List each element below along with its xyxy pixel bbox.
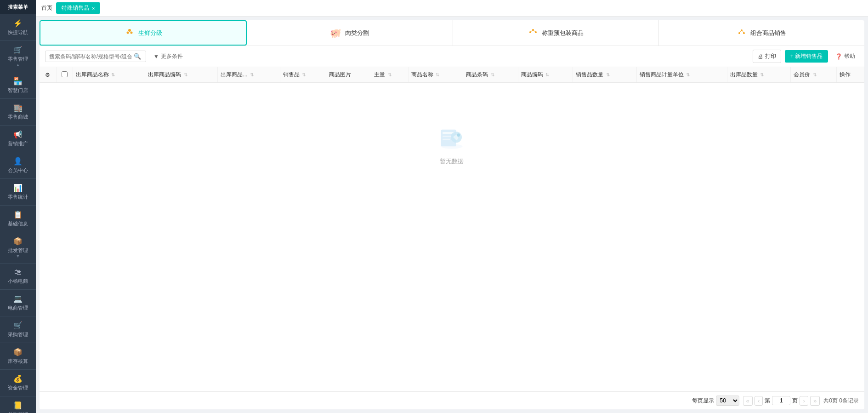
tab-fresh-grade-label: 生鲜分级 (138, 29, 162, 37)
sidebar-item-quick-nav[interactable]: ⚡ 快捷导航 (0, 14, 36, 41)
finance-mgmt-icon: 💰 (13, 374, 23, 383)
chevron-down-icon: ▲ (16, 63, 20, 67)
sidebar-item-label: 基础信息 (8, 220, 28, 227)
sort-icon[interactable]: ⇅ (813, 72, 817, 77)
sort-icon[interactable]: ⇅ (606, 72, 610, 77)
tab-label: 特殊销售品 (62, 4, 89, 12)
wholesale-mgmt-icon: 📦 (13, 237, 23, 246)
col-product-image: 商品图片 (326, 67, 371, 83)
sidebar-item-label: 会员中心 (8, 167, 28, 174)
next-page-button[interactable]: › (800, 396, 808, 406)
new-label: + 新增销售品 (790, 52, 823, 60)
sidebar-logo[interactable]: 搜索菜单 (0, 0, 36, 14)
basic-info-icon: 📋 (13, 210, 23, 219)
col-checkbox[interactable] (56, 67, 73, 83)
svg-line-6 (530, 30, 533, 32)
print-label: 打印 (765, 52, 776, 60)
sort-icon[interactable]: ⇅ (760, 72, 764, 77)
svg-rect-16 (443, 136, 452, 137)
sidebar-item-ecom-mgmt[interactable]: 💻 电商管理 (0, 290, 36, 316)
chevron-down-icon: ▼ (16, 254, 20, 258)
help-button[interactable]: ❓ 帮助 (832, 50, 859, 63)
total-info: 共0页 0条记录 (823, 397, 859, 405)
sort-icon[interactable]: ⇅ (184, 72, 187, 77)
prev-page-button[interactable]: ‹ (755, 396, 763, 406)
tab-combo-sales[interactable]: 组合商品销售 (659, 20, 864, 46)
promo-icon: 📢 (13, 130, 23, 139)
page-number-input[interactable] (772, 396, 790, 405)
pagination: 每页显示 50 10 20 100 « ‹ 第 页 › » 共0页 0条记录 (40, 391, 864, 409)
sort-icon[interactable]: ⇅ (302, 72, 306, 77)
page-size-select: 每页显示 50 10 20 100 (692, 396, 739, 406)
sidebar-item-retail-stats[interactable]: 📊 零售统计 (0, 179, 36, 206)
sidebar-item-inventory[interactable]: 📦 库存核算 (0, 343, 36, 370)
sort-icon[interactable]: ⇅ (686, 72, 690, 77)
tab-weigh-prepack[interactable]: 称重预包装商品 (453, 20, 659, 46)
sidebar-item-label: 零售统计 (8, 194, 28, 201)
main-content: 首页 特殊销售品 × 生鲜分级 🐖 肉类分割 (36, 0, 868, 413)
sidebar-item-label: 电商管理 (8, 304, 28, 311)
sidebar-item-label: 智慧门店 (8, 87, 28, 94)
per-page-dropdown[interactable]: 50 10 20 100 (716, 396, 739, 406)
meat-cut-icon: 🐖 (330, 28, 341, 39)
col-product-code: 商品编码 ⇅ (518, 67, 573, 83)
current-tab[interactable]: 特殊销售品 × (56, 2, 100, 14)
col-sale-qty: 销售品数量 ⇅ (573, 67, 637, 83)
sidebar-item-label: 零售管理 (8, 56, 28, 63)
new-sale-product-button[interactable]: + 新增销售品 (785, 50, 828, 63)
col-out-product-code: 出库商品编码 ⇅ (145, 67, 218, 83)
sort-icon[interactable]: ⇅ (250, 72, 254, 77)
close-tab-button[interactable]: × (92, 6, 95, 11)
svg-point-2 (130, 32, 132, 34)
quick-nav-icon: ⚡ (13, 19, 23, 28)
sort-icon[interactable]: ⇅ (545, 72, 549, 77)
sort-icon[interactable]: ⇅ (491, 72, 494, 77)
sidebar-item-member-center[interactable]: 👤 会员中心 (0, 152, 36, 179)
col-out-product-name: 出库商品名称 ⇅ (73, 67, 145, 83)
data-table: ⚙ 出库商品名称 ⇅ 出库商品编码 ⇅ (40, 67, 864, 202)
svg-line-12 (743, 31, 743, 33)
col-main-weight: 主量 ⇅ (371, 67, 408, 83)
table-container: ⚙ 出库商品名称 ⇅ 出库商品编码 ⇅ (40, 67, 864, 391)
sidebar-item-promo[interactable]: 📢 营销推广 (0, 126, 36, 152)
sidebar-item-label: 批发管理 (8, 247, 28, 254)
filter-button[interactable]: ▼ 更多条件 (150, 51, 187, 62)
col-member-price: 会员价 ⇅ (791, 67, 837, 83)
tab-weigh-prepack-label: 称重预包装商品 (542, 29, 584, 37)
sidebar-item-wholesale-mgmt[interactable]: 📦 批发管理 ▼ (0, 232, 36, 264)
svg-line-7 (533, 30, 536, 32)
retail-mgmt-icon: 🛒 (13, 46, 23, 54)
sort-icon[interactable]: ⇅ (436, 72, 439, 77)
settings-icon[interactable]: ⚙ (45, 72, 50, 78)
weigh-prepack-icon (528, 27, 538, 39)
select-all-checkbox[interactable] (62, 71, 68, 77)
sidebar-item-purchase-mgmt[interactable]: 🛒 采购管理 (0, 316, 36, 343)
search-icon[interactable]: 🔍 (134, 53, 141, 60)
sidebar-item-smart-store[interactable]: 🏪 智慧门店 (0, 72, 36, 99)
last-page-button[interactable]: » (810, 396, 820, 406)
col-sale-unit: 销售商品计量单位 ⇅ (637, 67, 727, 83)
print-button[interactable]: 🖨 打印 (753, 50, 781, 63)
sidebar-item-label: 快捷导航 (8, 29, 28, 36)
sidebar-item-retail-mall[interactable]: 🏬 零售商城 (0, 99, 36, 126)
combo-sales-icon (737, 27, 747, 39)
sort-icon[interactable]: ⇅ (388, 72, 391, 77)
tab-fresh-grade[interactable]: 生鲜分级 (40, 20, 247, 46)
tab-meat-cut[interactable]: 🐖 肉类分割 (247, 20, 453, 46)
sort-icon[interactable]: ⇅ (111, 72, 115, 77)
ecom-mgmt-icon: 💻 (13, 294, 23, 303)
sidebar-item-finance-mgmt[interactable]: 💰 资金管理 (0, 370, 36, 396)
first-page-button[interactable]: « (743, 396, 753, 406)
col-settings[interactable]: ⚙ (40, 67, 56, 83)
help-label: 帮助 (844, 52, 855, 60)
sidebar-item-retail-mgmt[interactable]: 🛒 零售管理 ▲ (0, 41, 36, 72)
sidebar-item-label: 采购管理 (8, 331, 28, 338)
search-input[interactable] (49, 53, 132, 60)
sidebar-item-mini-ecom[interactable]: 🛍 小畅电商 (0, 264, 36, 290)
sidebar-item-label: 营销推广 (8, 140, 28, 147)
home-link[interactable]: 首页 (41, 4, 52, 12)
search-box[interactable]: 🔍 (45, 51, 146, 62)
sidebar-item-basic-info[interactable]: 📋 基础信息 (0, 206, 36, 232)
sidebar-item-general-ledger[interactable]: 📒 总账管理 (0, 396, 36, 413)
inventory-icon: 📦 (13, 348, 23, 356)
